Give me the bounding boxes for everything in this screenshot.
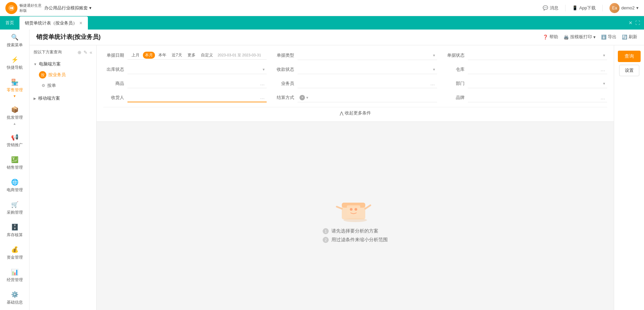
doc-type-arrow: ▾ xyxy=(433,53,435,58)
dept-label: 部门 xyxy=(444,81,468,87)
tab-close-icon[interactable]: ✕ xyxy=(79,21,83,25)
date-this-month[interactable]: 本月 xyxy=(143,52,155,59)
scheme-item-by-doc[interactable]: ⚙ 按单 xyxy=(30,81,96,91)
refresh-label: 刷新 xyxy=(629,34,637,40)
collapse-bar: ⋀ 收起更多条件 xyxy=(103,107,607,119)
tab-sales-stats[interactable]: 销货单统计表（按业务员） ✕ xyxy=(19,16,88,30)
template-print-btn[interactable]: 🖨️ 按模板打印 ▾ xyxy=(564,34,596,40)
goods-input[interactable]: … xyxy=(127,79,267,88)
date-custom[interactable]: 自定义 xyxy=(199,52,215,59)
page-header-bar: 销货单统计表(按业务员) ❓ 帮助 🖨️ 按模板打印 ▾ ⬇️ 导出 xyxy=(30,30,644,45)
content-wrapper: 🔍 搜索菜单 ⚡ 快捷导航 🏪 零售管理 ▼ 📦 批发管理 ▲ 📢 营销推广 xyxy=(0,30,644,310)
brand-input[interactable]: … xyxy=(468,93,607,102)
date-7days[interactable]: 近7天 xyxy=(170,52,184,59)
app-download-btn[interactable]: 📱 App下载 xyxy=(572,5,596,11)
sidebar-item-ecommerce[interactable]: 🌐 电商管理 xyxy=(0,174,29,197)
maximize-window-icon[interactable]: ⛶ xyxy=(635,20,640,25)
retail-icon: 🏪 xyxy=(11,79,18,86)
filter-results-area: 按以下方案查询 ⊕ ✎ « ▼ 电脑端方案 按 xyxy=(30,45,644,310)
sidebar-item-wholesale[interactable]: 📦 批发管理 ▲ xyxy=(0,102,29,130)
scheme-add-icon[interactable]: ⊕ xyxy=(77,50,82,55)
topbar-right: 💬 消息 📱 App下载 Ea demo2 ▾ xyxy=(543,3,639,13)
payment-select[interactable]: × ▾ xyxy=(298,93,437,102)
collapse-label: 收起更多条件 xyxy=(345,110,371,116)
tab-home[interactable]: 首页 xyxy=(0,16,19,30)
hint-text-2: 用过滤条件来缩小分析范围 xyxy=(331,237,388,243)
out-status-select[interactable]: ▾ xyxy=(127,65,267,74)
sidebar-operations-label: 经营管理 xyxy=(7,277,23,283)
home-label: 首页 xyxy=(5,20,14,26)
sidebar-item-purchase[interactable]: 🛒 采购管理 xyxy=(0,197,29,219)
date-label: 单据日期 xyxy=(103,52,127,58)
payment-label: 结算方式 xyxy=(273,95,298,101)
scheme-active-dot: 按 xyxy=(39,71,46,79)
account-dropdown[interactable]: 办公用品行业模拟账套 ▾ xyxy=(44,5,92,11)
doc-status-select[interactable]: ▾ xyxy=(468,51,607,60)
topbar: 畅捷通好生意 标版 办公用品行业模拟账套 ▾ 💬 消息 📱 App下载 Ea d… xyxy=(0,0,644,16)
filter-row-3: 商品 … 业务员 … 部门 xyxy=(103,79,607,88)
goods-dots: … xyxy=(260,81,265,86)
sidebar-inventory-label: 库存核算 xyxy=(7,232,23,238)
sidebar-item-basic[interactable]: ⚙️ 基础信息 xyxy=(0,287,29,309)
purchase-icon: 🛒 xyxy=(11,201,18,208)
sales-tab-label: 销货单统计表（按业务员） xyxy=(25,20,77,26)
out-status-label: 出库状态 xyxy=(103,66,127,72)
date-more[interactable]: 更多 xyxy=(185,52,198,59)
sidebar-item-quick[interactable]: ⚡ 快捷导航 xyxy=(0,52,29,74)
sidebar-ecommerce-label: 电商管理 xyxy=(7,187,23,193)
staff-input[interactable]: … xyxy=(298,79,437,88)
refresh-icon: 🔄 xyxy=(622,35,627,40)
export-btn[interactable]: ⬇️ 导出 xyxy=(601,34,616,40)
settings-button[interactable]: 设置 xyxy=(619,65,639,76)
hint-text-1: 请先选择要分析的方案 xyxy=(331,228,378,234)
query-button[interactable]: 查询 xyxy=(618,51,641,62)
date-last-month[interactable]: 上月 xyxy=(129,52,142,59)
close-window-icon[interactable]: ✕ xyxy=(629,20,633,25)
collapse-btn[interactable]: ⋀ 收起更多条件 xyxy=(340,110,371,116)
sidebar: 🔍 搜索菜单 ⚡ 快捷导航 🏪 零售管理 ▼ 📦 批发管理 ▲ 📢 营销推广 xyxy=(0,30,30,310)
sidebar-marketing-label: 营销推广 xyxy=(7,142,23,148)
payment-clear-btn[interactable]: × xyxy=(300,95,305,100)
app-logo: 畅捷通好生意 标版 xyxy=(5,2,42,14)
scheme-edit-icon[interactable]: ✎ xyxy=(84,50,88,55)
sidebar-item-operations[interactable]: 📊 经营管理 xyxy=(0,264,29,287)
sidebar-item-search[interactable]: 🔍 搜索菜单 xyxy=(0,30,29,52)
consignee-input[interactable]: … xyxy=(127,93,267,102)
sidebar-item-inventory[interactable]: 🗄️ 库存核算 xyxy=(0,219,29,242)
scheme-group-name: 电脑端方案 xyxy=(39,61,61,67)
scheme-collapse-icon[interactable]: « xyxy=(90,50,92,55)
wholesale-icon: 📦 xyxy=(11,106,18,113)
dept-select[interactable]: ▾ xyxy=(468,79,607,88)
logo-text: 畅捷通好生意 标版 xyxy=(19,3,42,13)
scheme-group-desktop-header[interactable]: ▼ 电脑端方案 xyxy=(30,59,96,69)
doc-type-select[interactable]: ▾ xyxy=(298,51,437,60)
recv-status-select[interactable]: ▾ xyxy=(298,65,437,74)
username-label: demo2 xyxy=(621,5,635,10)
message-label: 消息 xyxy=(550,5,558,11)
refresh-btn[interactable]: 🔄 刷新 xyxy=(622,34,637,40)
page-title: 销货单统计表(按业务员) xyxy=(36,33,101,45)
scheme-group-mobile-header[interactable]: ▶ 移动端方案 xyxy=(30,93,96,103)
empty-illustration xyxy=(335,189,375,223)
sidebar-purchase-label: 采购管理 xyxy=(7,210,23,215)
help-btn[interactable]: ❓ 帮助 xyxy=(543,34,558,40)
logo-icon xyxy=(5,2,17,14)
sidebar-item-sales[interactable]: 💹 销售管理 xyxy=(0,152,29,174)
retail-arrow-icon: ▼ xyxy=(13,94,16,98)
date-this-year[interactable]: 本年 xyxy=(156,52,168,59)
warehouse-input[interactable]: … xyxy=(468,65,607,74)
sidebar-item-marketing[interactable]: 📢 营销推广 xyxy=(0,130,29,152)
export-icon: ⬇️ xyxy=(601,35,606,40)
tab-window-controls: ✕ ⛶ xyxy=(629,20,644,25)
empty-hint-2: 2 用过滤条件来缩小分析范围 xyxy=(323,237,388,243)
sidebar-item-retail[interactable]: 🏪 零售管理 ▼ xyxy=(0,74,29,102)
print-arrow-icon: ▾ xyxy=(593,35,596,40)
user-menu[interactable]: Ea demo2 ▾ xyxy=(609,3,639,13)
scheme-item-by-staff[interactable]: 按 按业务员 xyxy=(30,69,96,81)
goods-label: 商品 xyxy=(103,81,127,87)
sidebar-item-finance[interactable]: 💰 资金管理 xyxy=(0,242,29,264)
filter-row-4: 收货人 … 结算方式 × ▾ 品牌 xyxy=(103,93,607,102)
app-icon: 📱 xyxy=(572,5,578,10)
message-btn[interactable]: 💬 消息 xyxy=(543,5,558,11)
template-print-label: 按模板打印 xyxy=(570,34,592,40)
